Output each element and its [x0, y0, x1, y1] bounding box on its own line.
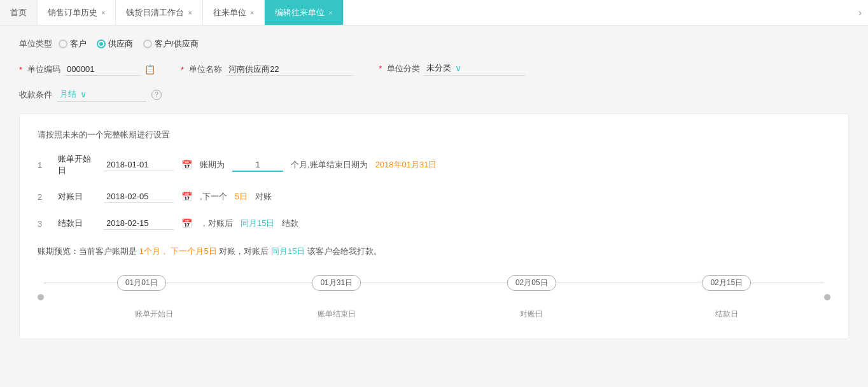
timeline-segment-1: 01月01日 账单开始日 — [44, 275, 239, 320]
unit-name-input[interactable] — [226, 63, 353, 76]
timeline-line-3 — [434, 283, 507, 283]
radio-customer[interactable]: 客户 — [59, 38, 87, 50]
unit-code-input[interactable] — [64, 63, 141, 76]
tab-edit-contact-close[interactable]: × — [328, 9, 332, 17]
tab-contacts[interactable]: 往来单位 × — [203, 0, 265, 25]
radio-supplier-label: 供应商 — [108, 38, 133, 50]
radio-customer-label: 客户 — [70, 38, 87, 50]
timeline-segment-4: 02月15日 结款日 — [629, 275, 825, 320]
unit-type-label: 单位类型 — [19, 38, 52, 50]
timeline-line-4 — [629, 283, 703, 283]
unit-code-calendar-icon[interactable]: 📋 — [144, 64, 155, 74]
period-row-3-day-highlight: 同月15日 — [241, 218, 274, 229]
unit-category-chevron-icon: ∨ — [455, 63, 461, 73]
payment-terms-value: 月结 — [60, 88, 76, 100]
unit-code-star: * — [19, 65, 22, 74]
timeline-pill-2: 01月31日 — [312, 275, 361, 291]
preview-label: 账期预览：当前客户账期是 — [38, 246, 137, 256]
tab-contacts-close[interactable]: × — [250, 9, 254, 17]
timeline-line-1b — [166, 283, 239, 283]
timeline-sublabel-3: 对账日 — [520, 309, 543, 320]
radio-customer-supplier[interactable]: 客户/供应商 — [143, 38, 199, 50]
period-row-1-label: 账单开始日 — [58, 153, 96, 176]
period-row-2: 2 对账日 📅 ,下一个 5日 对账 — [38, 190, 830, 203]
radio-customer-supplier-label: 客户/供应商 — [155, 38, 199, 50]
period-row-3: 3 结款日 📅 ，对账后 同月15日 结款 — [38, 217, 830, 230]
main-content: 单位类型 客户 供应商 客户/供应商 * 单位编码 📋 * 单位名称 — [0, 25, 868, 387]
radio-group-unit-type: 客户 供应商 客户/供应商 — [59, 38, 199, 50]
unit-code-label: 单位编码 — [27, 64, 60, 75]
payment-terms-dropdown[interactable]: 月结 ∨ — [57, 87, 146, 102]
period-row-1-num: 1 — [38, 160, 50, 170]
period-row-2-prefix: ,下一个 — [200, 191, 227, 202]
preview-section: 账期预览：当前客户账期是 1个月， 下一个月5日 对账，对账后 同月15日 该客… — [38, 244, 830, 258]
unit-info-row: * 单位编码 📋 * 单位名称 * 单位分类 未分类 ∨ — [19, 61, 849, 76]
payment-date-input[interactable] — [104, 217, 174, 230]
reconcile-date-input[interactable] — [104, 190, 174, 203]
preview-end: 该客户会给我打款。 — [307, 246, 382, 256]
period-row-2-suffix: 对账 — [255, 191, 272, 202]
payment-terms-row: 收款条件 月结 ∨ ? — [19, 87, 849, 102]
timeline-end-dot — [824, 294, 830, 300]
preview-reconcile: 对账，对账后 — [219, 246, 269, 256]
period-row-1: 1 账单开始日 📅 账期为 个月,账单结束日期为 2018年01月31日 — [38, 153, 830, 176]
settings-card: 请按照未来的一个完整帐期进行设置 1 账单开始日 📅 账期为 个月,账单结束日期… — [19, 113, 849, 339]
timeline-line-4b — [751, 283, 824, 283]
preview-1m: 1个月， — [139, 246, 169, 256]
timeline-sublabel-4: 结款日 — [715, 309, 738, 320]
reconcile-calendar-icon[interactable]: 📅 — [181, 192, 192, 202]
timeline-line-1 — [44, 283, 117, 283]
period-row-1-prefix: 账期为 — [200, 159, 225, 171]
period-row-3-suffix: 结款 — [282, 218, 298, 229]
unit-category-label: 单位分类 — [387, 63, 420, 74]
timeline: 01月01日 账单开始日 01月31日 账单结束日 02月 — [38, 271, 830, 320]
payment-terms-label: 收款条件 — [19, 89, 52, 101]
timeline-line-3b — [556, 283, 629, 283]
unit-category-star: * — [379, 64, 382, 73]
period-row-2-num: 2 — [38, 192, 50, 202]
tab-sales-history[interactable]: 销售订单历史 × — [38, 0, 116, 25]
radio-customer-supplier-circle — [143, 39, 152, 48]
tab-cashwork-close[interactable]: × — [188, 9, 192, 17]
timeline-start-dot — [38, 294, 44, 300]
tab-cashwork[interactable]: 钱货日清工作台 × — [116, 0, 202, 25]
timeline-node-1: 01月01日 — [117, 275, 166, 291]
timeline-line-2 — [239, 283, 312, 283]
timeline-segment-2: 01月31日 账单结束日 — [239, 275, 435, 320]
period-end-date-highlight: 2018年01月31日 — [375, 159, 437, 171]
period-start-date-input[interactable] — [104, 158, 174, 171]
radio-supplier-circle — [97, 39, 106, 48]
tab-home[interactable]: 首页 — [0, 0, 38, 25]
period-row-3-prefix: ，对账后 — [200, 218, 233, 229]
timeline-sublabel-1: 账单开始日 — [135, 309, 173, 320]
period-row-2-day-highlight: 5日 — [235, 191, 248, 202]
period-row-3-label: 结款日 — [58, 218, 96, 229]
payment-terms-chevron-icon: ∨ — [80, 89, 87, 99]
period-row-1-suffix: 个月,账单结束日期为 — [291, 159, 368, 171]
timeline-pill-3: 02月05日 — [507, 275, 556, 291]
timeline-segment-3: 02月05日 对账日 — [434, 275, 629, 320]
period-row-2-label: 对账日 — [58, 191, 96, 202]
timeline-sublabel-2: 账单结束日 — [318, 309, 356, 320]
radio-supplier[interactable]: 供应商 — [97, 38, 133, 50]
unit-type-row: 单位类型 客户 供应商 客户/供应商 — [19, 38, 849, 50]
radio-customer-circle — [59, 39, 67, 48]
payment-calendar-icon[interactable]: 📅 — [181, 218, 192, 229]
unit-category-dropdown[interactable]: 未分类 ∨ — [424, 61, 526, 76]
tab-cashwork-label: 钱货日清工作台 — [126, 7, 184, 18]
preview-same: 同月15日 — [271, 246, 305, 256]
period-start-calendar-icon[interactable]: 📅 — [181, 160, 192, 170]
unit-name-star: * — [181, 65, 184, 74]
tab-arrow[interactable]: › — [852, 0, 868, 25]
unit-category-value: 未分类 — [426, 62, 451, 74]
payment-terms-help-icon[interactable]: ? — [151, 90, 162, 100]
period-row-3-num: 3 — [38, 219, 50, 229]
card-title: 请按照未来的一个完整帐期进行设置 — [38, 129, 830, 141]
months-input[interactable] — [232, 158, 283, 172]
timeline-end-circle — [824, 294, 830, 300]
tab-edit-contact-label: 编辑往来单位 — [275, 7, 325, 18]
timeline-pill-1: 01月01日 — [117, 275, 166, 291]
tab-edit-contact[interactable]: 编辑往来单位 × — [265, 0, 343, 25]
preview-next: 下一个月5日 — [171, 246, 216, 256]
tab-sales-history-close[interactable]: × — [101, 9, 105, 17]
